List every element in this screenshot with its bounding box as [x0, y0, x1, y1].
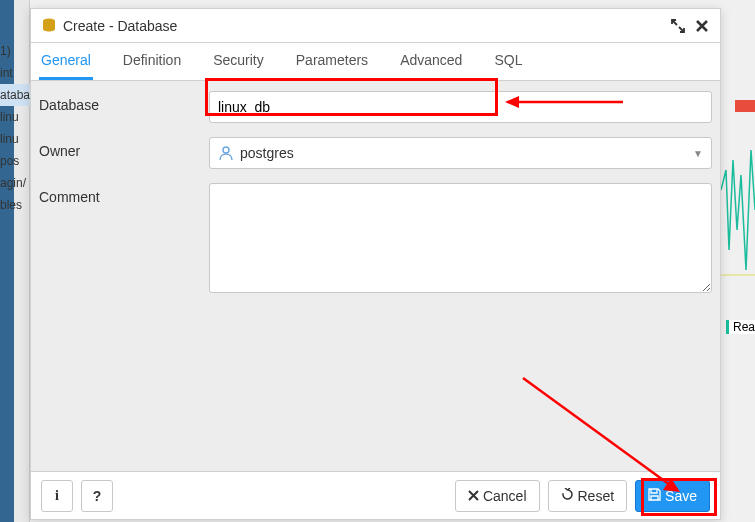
- save-button[interactable]: Save: [635, 480, 710, 512]
- database-label: Database: [39, 91, 209, 113]
- bg-rea-label: Rea: [726, 320, 755, 334]
- cancel-button[interactable]: Cancel: [455, 480, 540, 512]
- background-right: nits Rea: [720, 0, 755, 522]
- help-icon: ?: [93, 488, 102, 504]
- form-area: Database Owner postgres ▼ Comment: [31, 81, 720, 471]
- tab-sql[interactable]: SQL: [492, 43, 524, 80]
- database-input[interactable]: [209, 91, 712, 123]
- owner-select[interactable]: postgres ▼: [209, 137, 712, 169]
- tab-definition[interactable]: Definition: [121, 43, 183, 80]
- titlebar: Create - Database: [31, 9, 720, 43]
- bg-item: linu: [0, 106, 30, 128]
- cancel-label: Cancel: [483, 488, 527, 504]
- tab-general[interactable]: General: [39, 43, 93, 80]
- create-database-dialog: Create - Database General Definition Sec…: [30, 8, 721, 520]
- user-icon: [218, 145, 234, 161]
- close-icon[interactable]: [694, 18, 710, 34]
- info-button[interactable]: i: [41, 480, 73, 512]
- bg-item: pos: [0, 150, 30, 172]
- reset-button[interactable]: Reset: [548, 480, 628, 512]
- tab-security[interactable]: Security: [211, 43, 266, 80]
- svg-point-1: [223, 147, 229, 153]
- dialog-footer: i ? Cancel Reset Save: [31, 471, 720, 519]
- bg-item: ataba: [0, 84, 30, 106]
- bg-item: bles: [0, 194, 30, 216]
- save-icon: [648, 488, 661, 504]
- bg-item: linu: [0, 128, 30, 150]
- tab-advanced[interactable]: Advanced: [398, 43, 464, 80]
- database-icon: [41, 18, 57, 34]
- help-button[interactable]: ?: [81, 480, 113, 512]
- dialog-title: Create - Database: [63, 18, 177, 34]
- info-icon: i: [55, 488, 59, 504]
- bg-item: int: [0, 62, 30, 84]
- owner-label: Owner: [39, 137, 209, 159]
- reset-icon: [561, 488, 574, 504]
- bg-item: 1): [0, 40, 30, 62]
- bg-item: agin/: [0, 172, 30, 194]
- comment-textarea[interactable]: [209, 183, 712, 293]
- expand-icon[interactable]: [670, 18, 686, 34]
- save-label: Save: [665, 488, 697, 504]
- tab-parameters[interactable]: Parameters: [294, 43, 370, 80]
- close-icon: [468, 488, 479, 504]
- tab-bar: General Definition Security Parameters A…: [31, 43, 720, 81]
- chevron-down-icon: ▼: [693, 148, 703, 159]
- comment-label: Comment: [39, 183, 209, 205]
- owner-value: postgres: [240, 145, 294, 161]
- reset-label: Reset: [578, 488, 615, 504]
